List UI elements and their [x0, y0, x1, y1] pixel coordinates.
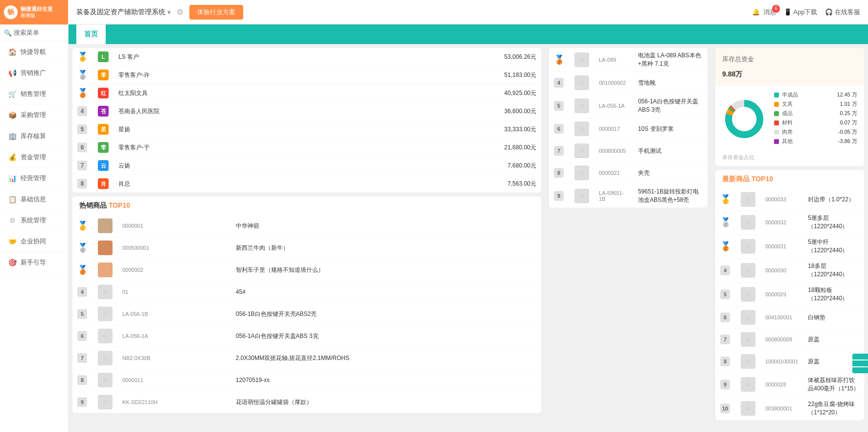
- basic-info-icon: 📋: [8, 195, 17, 204]
- sidebar-item-collab[interactable]: 🤝 企业协同: [0, 231, 68, 252]
- product-img-cell: G: [736, 307, 760, 329]
- product-code: 000800005: [594, 140, 633, 162]
- avatar-cell: 红: [93, 84, 114, 102]
- content-area: 🥇 L LS 客户 53,006.26元 🥈 零 零售客户-许 51,183.0…: [69, 44, 868, 432]
- customer-name: 肖总: [114, 175, 348, 193]
- sidebar-item-system[interactable]: ⚙ 系统管理: [0, 210, 68, 231]
- product-code: 0000030: [760, 259, 803, 283]
- product-code: LA-59651-1B: [594, 184, 633, 208]
- headset-icon: 🎧: [825, 8, 833, 16]
- customer-avatar: 零: [98, 70, 109, 80]
- avatar-cell: 零: [93, 66, 114, 84]
- chevron-down-icon[interactable]: ▾: [167, 8, 171, 16]
- avatar-cell: 苍: [93, 102, 114, 120]
- sidebar-item-purchase[interactable]: 📦 采购管理: [0, 105, 68, 126]
- customer-amount: 7,563.00元: [348, 175, 541, 193]
- customer-ranking-table: 🥇 L LS 客户 53,006.26元 🥈 零 零售客户-许 51,183.0…: [72, 48, 541, 192]
- product-code: 0000028: [760, 373, 803, 397]
- product-img-cell: G: [93, 391, 117, 413]
- sidebar: 畅 畅捷通好生意 标准版 🔍 搜索菜单 🏠 快捷导航 📢 营销推广 🛒 销售管理…: [0, 0, 69, 432]
- product-image-placeholder: G: [741, 215, 755, 230]
- legend-dot: [774, 102, 779, 107]
- legend-label: 文具: [782, 100, 837, 108]
- sidebar-item-marketing[interactable]: 📢 营销推广: [0, 63, 68, 84]
- customer-name: LS 客户: [114, 48, 348, 66]
- legend-label: 其他: [782, 138, 835, 145]
- rank-cell: 7: [72, 347, 93, 369]
- float-btn-live[interactable]: 直播: [852, 367, 868, 373]
- topbar-right: 🔔 6 消息 📱 App下载 🎧 在线客服: [752, 8, 860, 17]
- customer-amount: 53,006.26元: [348, 48, 541, 66]
- product-name: 2.0X30MM双搓花轴,搓花直径2.1MM/ROHS: [231, 347, 541, 369]
- search-icon: 🔍: [4, 29, 12, 37]
- app-download-link[interactable]: 📱 App下载: [784, 8, 817, 17]
- customer-amount: 36,600.00元: [348, 102, 541, 120]
- product-name: 45#: [231, 281, 541, 303]
- sidebar-search[interactable]: 🔍 搜索菜单: [0, 24, 68, 42]
- avatar-cell: 肖: [93, 175, 114, 193]
- rank-cell: 9: [549, 184, 570, 208]
- avatar-cell: 零: [93, 139, 114, 157]
- legend-dot: [774, 139, 779, 144]
- product-name: 056-1B白色按键开关壳ABS2壳: [231, 303, 541, 325]
- product-name: 白钢垫: [803, 307, 864, 329]
- product-name: 电池盖 LA-089 ABS本色+黑种 7.1克: [633, 48, 708, 72]
- rank-cell: 8: [72, 369, 93, 391]
- sidebar-item-basic-info[interactable]: 📋 基础信息: [0, 189, 68, 210]
- product-image-placeholder: G: [574, 166, 589, 180]
- product-image-placeholder: G: [741, 401, 755, 416]
- product-code: 10000100001: [760, 351, 803, 373]
- customer-avatar: 零: [98, 142, 109, 153]
- product-code: 0000001: [117, 215, 231, 237]
- rank-cell: 7: [72, 157, 93, 175]
- customer-amount: 40,925.00元: [348, 84, 541, 102]
- product-code: LA-056-1A: [117, 325, 231, 347]
- sidebar-item-sales[interactable]: 🛒 销售管理: [0, 84, 68, 105]
- legend-dot: [774, 120, 779, 125]
- nav-item-home[interactable]: 首页: [76, 24, 106, 44]
- product-name: 雪地靴: [633, 72, 708, 94]
- hot-products-title: 热销商品 TOP10: [72, 196, 541, 215]
- product-image-placeholder: G: [741, 192, 755, 207]
- trial-button[interactable]: 体验行业方案: [189, 5, 243, 20]
- sidebar-item-operations[interactable]: 📊 经营管理: [0, 168, 68, 189]
- rank-cell: 4: [549, 72, 570, 94]
- settings-icon[interactable]: ⚙: [177, 7, 183, 17]
- product-name: 10S 变刮罗浆: [633, 118, 708, 140]
- customer-avatar: 云: [98, 160, 109, 171]
- sidebar-item-inventory[interactable]: 🏢 库存核算: [0, 126, 68, 147]
- product-image-placeholder: G: [741, 287, 755, 302]
- inventory-amount: 9.88万: [722, 66, 857, 79]
- product-code: 0000017: [594, 118, 633, 140]
- product-code: LA-056-1B: [117, 303, 231, 325]
- new-products-table: 🥇 G 0000033 封边带（1.0*22） 🥈 G 0000032 5厘多层…: [715, 189, 864, 420]
- legend-label: 肉类: [782, 128, 835, 136]
- product-name: 原盖: [803, 329, 864, 351]
- product-name: 花语萌恒温分罐罐袋（厚款）: [231, 391, 541, 413]
- notification-bell[interactable]: 🔔 6 消息: [752, 8, 777, 17]
- product-name: 手机测试: [633, 140, 708, 162]
- legend-value: 0.25 万: [840, 110, 857, 117]
- bell-icon: 🔔: [752, 8, 760, 16]
- float-btn-service[interactable]: 客服热线: [852, 354, 868, 360]
- float-btn-community[interactable]: 服务社区: [852, 360, 868, 366]
- customer-amount: 51,183.00元: [348, 66, 541, 84]
- customer-avatar: L: [98, 51, 109, 62]
- mid-products-table: 🥉 G LA-089 电池盖 LA-089 ABS本色+黑种 7.1克 4 G …: [549, 48, 708, 208]
- rank-cell: 6: [72, 139, 93, 157]
- customer-avatar: 星: [98, 124, 109, 135]
- product-image-placeholder: G: [741, 332, 755, 347]
- product-name: 056-1A白色按键开关盖ABS 3壳: [633, 94, 708, 118]
- online-service-link[interactable]: 🎧 在线客服: [825, 8, 860, 17]
- legend-item: 成品 0.25 万: [774, 110, 857, 117]
- product-name: 22g鱼豆腐-烧烤味（1*12*20）: [803, 397, 864, 421]
- sidebar-item-finance[interactable]: 💰 资金管理: [0, 147, 68, 168]
- customer-amount: 33,333.00元: [348, 120, 541, 139]
- sidebar-item-guide[interactable]: 🎯 新手引导: [0, 252, 68, 273]
- legend-label: 材料: [782, 119, 837, 126]
- sidebar-item-quick-nav[interactable]: 🏠 快捷导航: [0, 42, 68, 63]
- legend-dot: [774, 93, 779, 97]
- rank-cell: 5: [549, 94, 570, 118]
- product-code: 0000033: [760, 189, 803, 211]
- legend-value: -0.05 万: [838, 128, 857, 136]
